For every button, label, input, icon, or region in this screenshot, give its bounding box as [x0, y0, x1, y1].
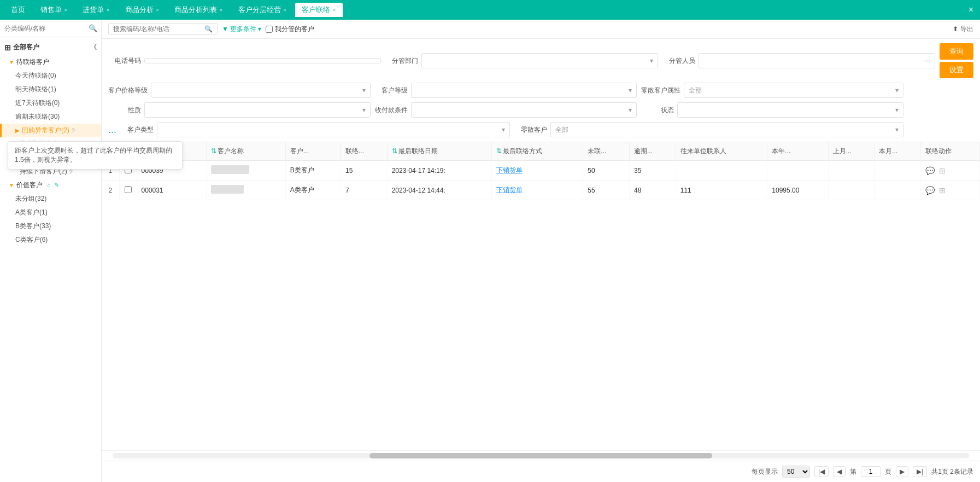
- row-1-chat-icon[interactable]: 💬: [925, 166, 935, 175]
- sidebar-item-b-class[interactable]: B类客户(33): [0, 219, 101, 233]
- export-button[interactable]: ⬆ 导出: [953, 25, 973, 34]
- col-overdue-header[interactable]: 逾期...: [630, 142, 676, 161]
- col-category-header[interactable]: 客户...: [285, 142, 341, 161]
- sidebar-item-a-class[interactable]: A类客户(1): [0, 206, 101, 219]
- my-customers-checkbox[interactable]: [266, 26, 273, 33]
- value-edit-icon[interactable]: ✎: [54, 182, 59, 189]
- col-last-contact-date-header[interactable]: ⇅最后联络日期: [387, 142, 491, 161]
- tree-root-all-customers[interactable]: ⊞ 全部客户 《: [0, 39, 101, 55]
- filter-field-phone: 电话号码: [108, 56, 381, 66]
- nav-tab-customer-tier[interactable]: 客户分层经营 ×: [232, 3, 293, 17]
- close-customer-tier-tab[interactable]: ×: [283, 7, 286, 13]
- status-select[interactable]: ▾: [677, 102, 903, 118]
- manager-select[interactable]: ···: [699, 53, 935, 68]
- nav-tab-purchase[interactable]: 进货单 ×: [76, 3, 116, 17]
- col-last-month-header[interactable]: 上月...: [828, 142, 875, 161]
- sidebar-item-unclassified[interactable]: 未分组(32): [0, 192, 101, 206]
- price-level-select[interactable]: ▾: [151, 83, 371, 98]
- row-2-this-year: 10995.00: [767, 181, 828, 200]
- row-1-more-icon[interactable]: ⊞: [939, 166, 946, 175]
- nav-tab-home[interactable]: 首页: [4, 3, 32, 17]
- scrollbar-thumb[interactable]: [369, 453, 712, 458]
- abnormal-help-icon[interactable]: ?: [72, 127, 75, 134]
- nav-tab-sales[interactable]: 销售单 ×: [34, 3, 74, 17]
- customer-type-select[interactable]: ▾: [157, 122, 510, 137]
- phone-input[interactable]: [144, 58, 381, 63]
- row-2-chat-icon[interactable]: 💬: [925, 186, 935, 195]
- sidebar-item-overdue[interactable]: 逾期未联络(30): [0, 110, 101, 124]
- sidebar-item-7days[interactable]: 近7天待联络(0): [0, 96, 101, 110]
- col-unit-contact-header[interactable]: 往来单位联系人: [676, 142, 767, 161]
- advanced-filter-panel: 电话号码 分管部门 ▾ 分管人员 ···: [102, 39, 980, 142]
- nav-tab-analysis-list[interactable]: 商品分析列表 ×: [168, 3, 229, 17]
- row-1-last-month: [828, 161, 875, 181]
- nav-tab-customer-contact[interactable]: 客户联络 ×: [295, 3, 342, 17]
- row-1-last-contact-method[interactable]: 下销货单: [491, 161, 583, 181]
- row-2-name[interactable]: [207, 181, 285, 200]
- col-name-header[interactable]: ⇅客户名称: [207, 142, 285, 161]
- collapse-sidebar-btn[interactable]: 《: [90, 43, 97, 52]
- nav-tab-analysis[interactable]: 商品分析 ×: [119, 3, 166, 17]
- filter-field-price-level: 客户价格等级 ▾: [108, 83, 371, 98]
- close-analysis-tab[interactable]: ×: [156, 7, 159, 13]
- row-2-checkbox[interactable]: [125, 186, 132, 193]
- sidebar-item-today[interactable]: 今天待联络(0): [0, 69, 101, 83]
- sidebar-search-input[interactable]: [4, 25, 86, 32]
- setting-button[interactable]: 设置: [940, 62, 973, 78]
- row-2-last-contact-method[interactable]: 下销货单: [491, 181, 583, 200]
- last-page-btn[interactable]: ▶|: [913, 466, 927, 477]
- gender-chevron-icon: ▾: [362, 106, 366, 114]
- first-page-btn[interactable]: |◀: [814, 466, 829, 477]
- filter-field-manager: 分管人员 ···: [662, 53, 935, 68]
- col-unreplied-header[interactable]: 未联...: [583, 142, 630, 161]
- retail-customer-select[interactable]: 全部 ▾: [550, 122, 903, 137]
- horizontal-scrollbar[interactable]: [113, 453, 969, 458]
- row-1-unit-contact: [676, 161, 767, 181]
- close-sales-tab[interactable]: ×: [64, 7, 67, 13]
- query-button[interactable]: 查询: [940, 43, 973, 60]
- close-analysis-list-tab[interactable]: ×: [219, 7, 222, 13]
- customer-table: ⚙ ⇅客户编码 ⇅客户名称 客户... 联络...: [102, 142, 980, 200]
- sidebar: 🔍 ⊞ 全部客户 《 ▼ 待联络客户 今天待联络(0) 明天待联络(1) 近7天…: [0, 20, 102, 482]
- main-layout: 🔍 ⊞ 全部客户 《 ▼ 待联络客户 今天待联络(0) 明天待联络(1) 近7天…: [0, 20, 980, 482]
- page-num-input[interactable]: [861, 466, 881, 477]
- col-this-month-header[interactable]: 本月...: [875, 142, 921, 161]
- page-size-select[interactable]: 50 20 100: [782, 466, 810, 478]
- col-this-year-header[interactable]: 本年...: [767, 142, 828, 161]
- more-dots-button[interactable]: ...: [108, 125, 116, 135]
- sidebar-section-value[interactable]: ▼ 价值客户 ○ ✎: [0, 178, 101, 192]
- col-actions-header: 联络动作: [921, 142, 980, 161]
- gender-select[interactable]: ▾: [144, 102, 371, 118]
- sidebar-item-tomorrow[interactable]: 明天待联络(1): [0, 83, 101, 96]
- sort-icon-name: ⇅: [211, 147, 216, 155]
- sidebar-section-pending[interactable]: ▼ 待联络客户: [0, 55, 101, 69]
- department-select[interactable]: ▾: [421, 53, 658, 68]
- col-last-contact-method-header[interactable]: ⇅最后联络方式: [491, 142, 583, 161]
- retail-attr-select[interactable]: 全部 ▾: [684, 83, 903, 98]
- row-2-more-icon[interactable]: ⊞: [939, 186, 946, 195]
- row-1-name[interactable]: [207, 161, 285, 181]
- filter-bar: 🔍 ▼ 更多条件 ▾ 我分管的客户 ⬆ 导出: [102, 20, 980, 39]
- value-circle-icon[interactable]: ○: [47, 182, 51, 189]
- more-conditions-btn[interactable]: ▼ 更多条件 ▾: [222, 25, 261, 34]
- close-customer-contact-tab[interactable]: ×: [332, 7, 336, 13]
- sidebar-item-c-class[interactable]: C类客户(6): [0, 233, 101, 247]
- window-close-button[interactable]: ×: [969, 5, 973, 15]
- sidebar-search-icon[interactable]: 🔍: [89, 24, 97, 32]
- retail-customer-chevron-icon: ▾: [895, 126, 899, 133]
- payment-select[interactable]: ▾: [411, 102, 637, 118]
- department-chevron-icon: ▾: [650, 57, 653, 65]
- row-2-overdue: 48: [630, 181, 676, 200]
- col-contact-header[interactable]: 联络...: [341, 142, 388, 161]
- customer-level-select[interactable]: ▾: [411, 83, 637, 98]
- row-checkbox-2[interactable]: [119, 181, 137, 200]
- next-page-btn[interactable]: ▶: [896, 466, 908, 477]
- close-purchase-tab[interactable]: ×: [106, 7, 109, 13]
- my-customers-checkbox-label[interactable]: 我分管的客户: [266, 25, 314, 34]
- search-input[interactable]: [113, 25, 202, 33]
- prev-page-btn[interactable]: ◀: [833, 466, 846, 477]
- filter-icon: ▼: [222, 25, 228, 33]
- search-icon[interactable]: 🔍: [204, 25, 213, 33]
- sidebar-item-abnormal-repurchase[interactable]: ▶ 回购异常客户(2) ?: [0, 124, 101, 137]
- filter-field-more: ...: [108, 125, 116, 135]
